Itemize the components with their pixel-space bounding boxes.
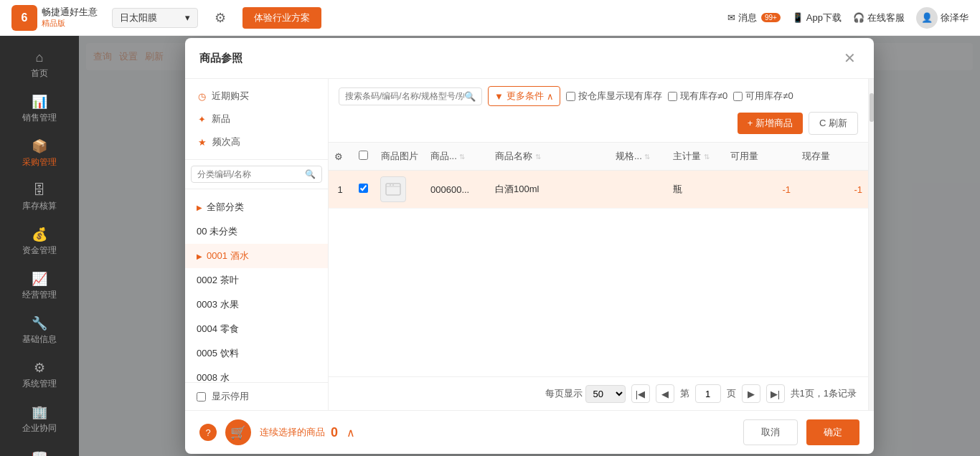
next-page-button[interactable]: ▶ — [742, 384, 760, 403]
scroll-thumb[interactable] — [870, 93, 874, 122]
refresh-button[interactable]: C 刷新 — [809, 112, 858, 135]
sidebar-item-system[interactable]: ⚙ 系统管理 — [0, 353, 79, 397]
row-name: 白酒100ml — [489, 171, 610, 209]
sidebar-item-operation[interactable]: 📈 经营管理 — [0, 264, 79, 308]
sidebar-item-sales[interactable]: 📊 销售管理 — [0, 87, 79, 131]
collapse-button[interactable]: ∧ — [347, 426, 355, 440]
check-stock[interactable]: 现有库存≠0 — [668, 90, 727, 103]
cat-item-0002[interactable]: 0002 茶叶 — [185, 268, 328, 293]
top-nav: 6 畅捷通好生意 精品版 日太阳膜 ▾ ⚙ 体验行业方案 ✉ 消息 99+ 📱 … — [0, 0, 980, 36]
first-page-button[interactable]: |◀ — [631, 384, 650, 403]
sort-spec-icon[interactable]: ⇅ — [644, 153, 650, 161]
cat-label-0008: 0008 水 — [197, 371, 230, 382]
row-num: 1 — [329, 171, 352, 209]
avatar: 👤 — [916, 7, 938, 29]
content-area: 查询 设置 刷新 商品参照 ✕ ◷ — [79, 36, 980, 456]
chevron-down-icon: ▾ — [185, 12, 190, 23]
confirm-button[interactable]: 确定 — [806, 419, 859, 445]
customer-service-button[interactable]: 🎧 在线客服 — [853, 11, 905, 24]
app-download-button[interactable]: 📱 App下载 — [792, 11, 842, 24]
row-unit: 瓶 — [667, 171, 725, 209]
messages-button[interactable]: ✉ 消息 99+ — [727, 11, 781, 24]
col-unit-header: 主计量 ⇅ — [667, 143, 725, 171]
sidebar-item-guide[interactable]: 📖 新手引导 — [0, 442, 79, 456]
cat-label-0004: 0004 零食 — [197, 323, 239, 336]
cancel-button[interactable]: 取消 — [743, 419, 798, 445]
svg-point-2 — [392, 184, 394, 186]
cat-item-all[interactable]: ▶ 全部分类 — [185, 195, 328, 219]
selected-count: 0 — [331, 425, 338, 440]
col-code-label: 商品... — [430, 151, 457, 161]
category-search-input[interactable] — [197, 169, 305, 179]
cat-item-0005[interactable]: 0005 饮料 — [185, 341, 328, 366]
sidebar-label-home: 首页 — [31, 67, 48, 80]
modal-scrollbar[interactable] — [868, 79, 874, 410]
cat-item-0003[interactable]: 0003 水果 — [185, 293, 328, 317]
sidebar-item-finance[interactable]: 💰 资金管理 — [0, 219, 79, 264]
sidebar-label-purchase: 采购管理 — [22, 156, 57, 168]
current-page-input[interactable] — [695, 384, 721, 403]
cat-item-0001[interactable]: ▶ 0001 酒水 — [185, 244, 328, 268]
modal-close-button[interactable]: ✕ — [839, 48, 859, 68]
product-search-input[interactable] — [345, 91, 464, 101]
left-tab-frequent[interactable]: ★ 频次高 — [191, 130, 322, 153]
nav-right: ✉ 消息 99+ 📱 App下载 🎧 在线客服 👤 徐泽华 — [727, 7, 969, 29]
total-info: 共1页，1条记录 — [791, 387, 857, 400]
left-tab-new-label: 新品 — [212, 113, 230, 125]
logo-icon: 6 — [11, 5, 37, 31]
cat-item-0004[interactable]: 0004 零食 — [185, 317, 328, 341]
cart-button[interactable]: 🛒 — [225, 419, 251, 445]
add-product-button[interactable]: + 新增商品 — [738, 113, 803, 134]
sort-unit-icon[interactable]: ⇅ — [704, 153, 710, 161]
row-available: -1 — [725, 171, 796, 209]
nav-branch-dropdown[interactable]: 日太阳膜 ▾ — [112, 8, 198, 28]
category-search: 🔍 — [185, 160, 328, 189]
sort-name-icon[interactable]: ⇅ — [535, 153, 541, 161]
row-image — [374, 171, 425, 209]
sidebar-item-enterprise[interactable]: 🏢 企业协同 — [0, 397, 79, 442]
user-profile[interactable]: 👤 徐泽华 — [916, 7, 969, 29]
product-search-box[interactable]: 🔍 — [339, 87, 482, 105]
page-word2: 页 — [727, 387, 736, 400]
table-row[interactable]: 1 — [329, 171, 868, 209]
sidebar-label-finance: 资金管理 — [22, 244, 57, 257]
row-checkbox[interactable] — [359, 184, 368, 193]
page-size-label: 每页显示 — [545, 387, 583, 400]
check-warehouse-input[interactable] — [566, 92, 575, 101]
filter-button[interactable]: ▼ 更多条件 ∧ — [488, 86, 560, 106]
sidebar-item-purchase[interactable]: 📦 采购管理 — [0, 131, 79, 176]
prev-page-button[interactable]: ◀ — [656, 384, 674, 403]
experience-button[interactable]: 体验行业方案 — [242, 7, 321, 29]
cat-item-0008[interactable]: 0008 水 — [185, 366, 328, 382]
table-scroll[interactable]: ⚙ 商品图片 商品... — [329, 143, 868, 376]
sidebar-label-system: 系统管理 — [22, 378, 57, 390]
sidebar-item-home[interactable]: ⌂ 首页 — [0, 43, 79, 87]
settings-col-icon[interactable]: ⚙ — [334, 151, 343, 162]
select-all-checkbox[interactable] — [359, 151, 368, 160]
check-stock-input[interactable] — [668, 92, 677, 101]
sidebar-item-basic[interactable]: 🔧 基础信息 — [0, 308, 79, 353]
footer-left: ? 🛒 连续选择的商品 0 ∧ — [199, 419, 355, 445]
check-available-input[interactable] — [733, 92, 743, 101]
help-button[interactable]: ? — [199, 424, 217, 441]
table-area: ⚙ 商品图片 商品... — [329, 143, 868, 410]
check-warehouse[interactable]: 按仓库显示现有库存 — [566, 90, 662, 103]
cat-item-00[interactable]: 00 未分类 — [185, 219, 328, 244]
left-tab-new[interactable]: ✦ 新品 — [191, 108, 322, 130]
show-disabled-checkbox[interactable] — [197, 392, 206, 402]
product-thumbnail — [380, 176, 406, 202]
cat-search-icon[interactable]: 🔍 — [305, 169, 316, 179]
row-check[interactable] — [352, 171, 374, 209]
search-icon[interactable]: 🔍 — [464, 91, 476, 102]
settings-icon[interactable]: ⚙ — [209, 7, 231, 29]
cat-label-0001: 0001 酒水 — [207, 250, 249, 262]
page-size-dropdown[interactable]: 50 10 20 100 — [585, 385, 626, 403]
sort-code-icon[interactable]: ⇅ — [459, 153, 465, 161]
last-page-button[interactable]: ▶| — [766, 384, 785, 403]
category-list: ▶ 全部分类 00 未分类 ▶ 0001 酒水 0002 茶 — [185, 189, 328, 382]
check-available[interactable]: 可用库存≠0 — [733, 90, 793, 103]
sidebar-item-inventory[interactable]: 🗄 库存核算 — [0, 176, 79, 219]
left-tab-recent[interactable]: ◷ 近期购买 — [191, 85, 322, 108]
category-search-box[interactable]: 🔍 — [191, 166, 322, 183]
product-reference-modal: 商品参照 ✕ ◷ 近期购买 ✦ 新品 — [185, 38, 874, 454]
